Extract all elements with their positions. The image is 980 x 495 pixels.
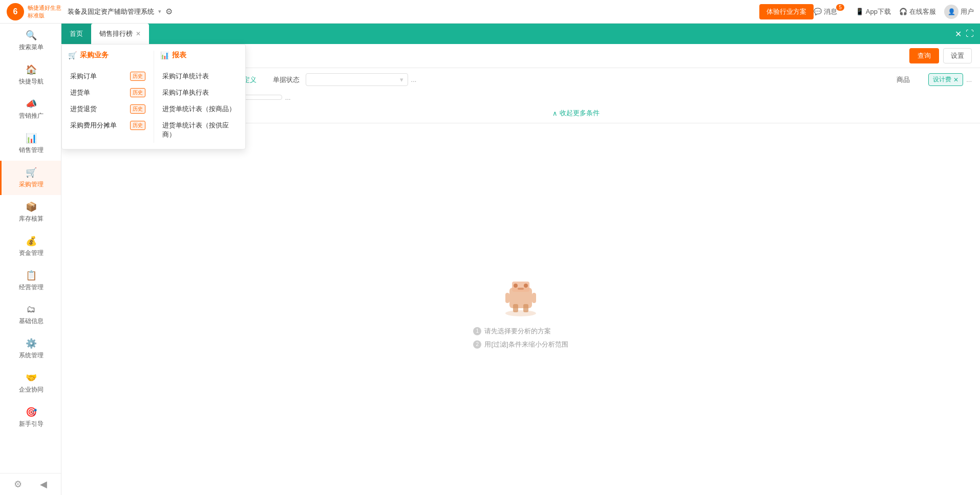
message-badge: 5: [836, 4, 844, 11]
industry-btn[interactable]: 体验行业方案: [759, 4, 814, 19]
purchase-col-title: 采购业务: [80, 51, 109, 60]
sidebar-item-capital[interactable]: 💰 资金管理: [0, 229, 61, 264]
tip-text-2: 用[过滤]条件来缩小分析范围: [484, 338, 568, 351]
sidebar-item-marketing[interactable]: 📣 营销推广: [0, 92, 61, 126]
query-btn[interactable]: 查询: [909, 48, 939, 63]
tip-num-1: 1: [473, 327, 481, 335]
purchase-expense-label: 采购费用分摊单: [70, 121, 117, 130]
user-btn[interactable]: 👤 用户: [944, 5, 974, 19]
sidebar-item-purchase[interactable]: 🛒 采购管理: [0, 161, 61, 195]
online-service-btn[interactable]: 🎧 在线客服: [899, 7, 936, 16]
dropdown-receipt-stats-supplier[interactable]: 进货单统计表（按供应商）: [160, 117, 240, 143]
content-area: 首页 销售排行榜 ✕ ✕ ⛶ ❓ 帮助 🖨 按模板打印 ▾ 📤: [61, 24, 980, 495]
app-download-label: App下载: [866, 7, 891, 16]
logo-text: 畅捷通好生意 标准版: [28, 4, 61, 19]
app-download-btn[interactable]: 📱 App下载: [856, 7, 891, 16]
system-icon: ⚙️: [26, 338, 37, 349]
tab-maximize-icon[interactable]: ⛶: [966, 29, 974, 38]
user-label: 用户: [961, 7, 974, 16]
enterprise-icon: 🤝: [26, 372, 37, 383]
tip-num-2: 2: [473, 340, 481, 349]
collapse-btn[interactable]: ∧ 收起更多条件: [552, 109, 600, 118]
sidebar-item-enterprise[interactable]: 🤝 企业协同: [0, 366, 61, 400]
purchase-expense-history: 历史: [130, 121, 145, 130]
goods-ellipsis[interactable]: ...: [966, 76, 972, 83]
sidebar-settings-icon[interactable]: ⚙: [14, 479, 22, 490]
capital-icon: 💰: [26, 235, 37, 247]
logo-area: 6 畅捷通好生意 标准版: [6, 3, 68, 21]
sidebar-label-search: 搜索菜单: [19, 43, 44, 52]
sidebar-item-operation[interactable]: 📋 经营管理: [0, 264, 61, 298]
collapse-arrow-icon: ∧: [552, 110, 558, 117]
salesman-ellipsis[interactable]: ...: [285, 94, 291, 101]
empty-illustration: [495, 267, 546, 318]
guide-icon: 🎯: [26, 406, 37, 418]
purchase-icon: 🛒: [26, 167, 37, 178]
sidebar-bottom: ⚙ ◀: [0, 473, 61, 495]
dropdown-receipt-stats-goods[interactable]: 进货单统计表（按商品）: [160, 101, 240, 117]
sidebar-label-quick-nav: 快捷导航: [19, 77, 44, 86]
dropdown-purchase-order[interactable]: 采购订单 历史: [68, 68, 147, 84]
tab-close-icon[interactable]: ✕: [136, 30, 141, 37]
po-exec-label: 采购订单执行表: [162, 88, 209, 97]
svg-point-2: [505, 310, 536, 316]
system-title-chevron[interactable]: ▾: [158, 8, 161, 15]
empty-tip-2: 2 用[过滤]条件来缩小分析范围: [473, 338, 568, 351]
svg-point-5: [514, 284, 518, 288]
purchase-order-label: 采购订单: [70, 72, 97, 81]
doc-status-label: 单据状态: [273, 75, 300, 84]
doc-status-selector[interactable]: ▾: [306, 73, 408, 86]
online-service-label: 在线客服: [909, 7, 936, 16]
tab-close-all-icon[interactable]: ✕: [955, 29, 962, 39]
sidebar-item-quick-nav[interactable]: 🏠 快捷导航: [0, 58, 61, 92]
inventory-icon: 📦: [26, 201, 37, 212]
purchase-col-icon: 🛒: [68, 51, 77, 59]
report-col: 📊 报表 采购订单统计表 采购订单执行表 进货单统计表（按商品） 进货单统计表（…: [154, 51, 246, 143]
po-stats-label: 采购订单统计表: [162, 72, 209, 81]
report-col-header: 📊 报表: [160, 51, 240, 63]
svg-point-6: [524, 284, 528, 288]
sidebar-item-sales[interactable]: 📊 销售管理: [0, 126, 61, 161]
receipt-stats-goods-label: 进货单统计表（按商品）: [162, 104, 236, 114]
svg-rect-10: [513, 304, 518, 312]
settings-btn[interactable]: 设置: [943, 48, 972, 63]
purchase-col-header: 🛒 采购业务: [68, 51, 147, 63]
marketing-icon: 📣: [26, 98, 37, 110]
sidebar-collapse-icon[interactable]: ◀: [40, 479, 47, 490]
app-icon: 📱: [856, 8, 864, 15]
message-icon: 💬: [814, 8, 822, 15]
base-info-icon: 🗂: [27, 304, 36, 315]
message-btn[interactable]: 💬 消息 5: [814, 7, 847, 16]
doc-status-ellipsis[interactable]: ...: [411, 76, 417, 83]
dropdown-purchase-expense[interactable]: 采购费用分摊单 历史: [68, 117, 147, 134]
dropdown-po-stats[interactable]: 采购订单统计表: [160, 68, 240, 84]
sidebar-label-sales: 销售管理: [19, 146, 44, 155]
doc-status-chevron: ▾: [400, 76, 403, 83]
sidebar-label-purchase: 采购管理: [19, 180, 44, 189]
sidebar-item-guide[interactable]: 🎯 新手引导: [0, 400, 61, 435]
goods-tag-close[interactable]: ✕: [953, 76, 958, 83]
sidebar-label-capital: 资金管理: [19, 249, 44, 257]
svg-rect-7: [518, 288, 524, 290]
dropdown-goods-receipt[interactable]: 进货单 历史: [68, 84, 147, 101]
report-col-icon: 📊: [160, 51, 169, 59]
purchase-col: 🛒 采购业务 采购订单 历史 进货单 历史 进货退货 历史: [62, 51, 154, 143]
purchase-order-history: 历史: [130, 72, 145, 81]
tab-sales-rank[interactable]: 销售排行榜 ✕: [91, 24, 149, 44]
sidebar-label-enterprise: 企业协同: [19, 385, 44, 394]
tab-bar-right: ✕ ⛶: [955, 29, 980, 39]
header-right: 💬 消息 5 📱 App下载 🎧 在线客服 👤 用户: [814, 5, 974, 19]
empty-state: 1 请先选择要分析的方案 2 用[过滤]条件来缩小分析范围: [61, 123, 980, 495]
goods-tag[interactable]: 设计费 ✕: [928, 73, 963, 86]
tab-bar: 首页 销售排行榜 ✕ ✕ ⛶: [61, 24, 980, 44]
settings-gear-icon[interactable]: ⚙: [165, 7, 173, 16]
tab-home[interactable]: 首页: [61, 24, 91, 44]
sidebar-item-base-info[interactable]: 🗂 基础信息: [0, 298, 61, 332]
sidebar-item-inventory[interactable]: 📦 库存核算: [0, 195, 61, 229]
sidebar-item-search[interactable]: 🔍 搜索菜单: [0, 24, 61, 58]
headset-icon: 🎧: [899, 8, 907, 15]
sidebar-item-system[interactable]: ⚙️ 系统管理: [0, 332, 61, 366]
sidebar: 🔍 搜索菜单 🏠 快捷导航 📣 营销推广 📊 销售管理 🛒 采购管理 📦 库存核…: [0, 24, 61, 495]
dropdown-goods-return[interactable]: 进货退货 历史: [68, 101, 147, 117]
dropdown-po-exec[interactable]: 采购订单执行表: [160, 84, 240, 101]
